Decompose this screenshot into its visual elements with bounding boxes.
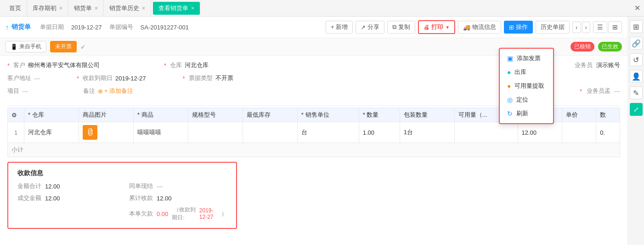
project-label: 项目 bbox=[7, 87, 19, 95]
doc-type-icon: ↑ bbox=[6, 23, 9, 31]
tab-sales-order-close[interactable]: × bbox=[95, 5, 98, 11]
nav-arrows: ‹ › bbox=[572, 22, 590, 33]
dropdown-refresh[interactable]: ↻ 刷新 bbox=[500, 107, 553, 120]
right-icon-user[interactable]: 👤 bbox=[630, 70, 643, 83]
dropdown-outbound[interactable]: ● 出库 bbox=[500, 65, 553, 79]
col-quantity: * 数量 bbox=[359, 108, 400, 122]
mobile-source-button[interactable]: 📱 来自手机 bbox=[6, 41, 46, 52]
cumulative-item: 累计收款 12.00 bbox=[129, 194, 227, 202]
amount-item: 金额合计 12.00 bbox=[17, 182, 115, 190]
grid-view-button[interactable]: ⊞ bbox=[608, 21, 622, 33]
payment-grid: 金额合计 12.00 同单现结 — 成交金额 12.00 累计收款 12.00 bbox=[17, 182, 227, 222]
print-button[interactable]: 🖨 打印 ▼ bbox=[418, 20, 455, 34]
tab-inventory-init-close[interactable]: × bbox=[59, 5, 62, 11]
row-min-stock bbox=[243, 122, 297, 143]
share-button-label: 分享 bbox=[367, 23, 379, 31]
refresh-label: 刷新 bbox=[516, 109, 528, 118]
share-button[interactable]: ↗ 分享 bbox=[356, 21, 384, 34]
next-button[interactable]: › bbox=[582, 22, 590, 33]
add-invoice-icon: ▣ bbox=[507, 55, 513, 62]
mobile-label: 来自手机 bbox=[19, 43, 41, 51]
tab-sales-history-close[interactable]: × bbox=[142, 5, 145, 11]
product-image: 🛢 bbox=[83, 125, 97, 140]
row-stock: 12.00 bbox=[518, 122, 562, 143]
not-open-label: 未开票 bbox=[55, 43, 72, 51]
amount-label: 金额合计 bbox=[17, 182, 41, 190]
cumulative-label: 累计收款 bbox=[129, 194, 153, 202]
project-field: 项目 — bbox=[7, 87, 28, 95]
window-close-button[interactable]: ✕ bbox=[634, 4, 640, 12]
add-remark-button[interactable]: ⊕ + 添加备注 bbox=[98, 87, 133, 95]
address-label: 客户地址 bbox=[7, 74, 31, 82]
not-open-button[interactable]: 未开票 bbox=[50, 41, 77, 52]
due-date-field: * 收款到期日 2019-12-27 bbox=[77, 74, 146, 82]
customer-label: 客户 bbox=[13, 61, 25, 69]
print-dropdown-icon: ▼ bbox=[445, 25, 450, 30]
col-spec: 规格型号 bbox=[188, 108, 243, 122]
col-min-stock: 最低库存 bbox=[243, 108, 297, 122]
effect-badge: 已生效 bbox=[598, 42, 622, 51]
can-extract-icon: ● bbox=[507, 82, 511, 90]
tab-sales-history-label: 销货单历史 bbox=[109, 4, 139, 12]
right-icon-expand[interactable]: ⤢ bbox=[630, 103, 643, 116]
right-panel: ⊞ 🔗 ↺ 👤 ✎ ⤢ bbox=[627, 17, 644, 245]
tab-sales-history[interactable]: 销货单历史 × bbox=[104, 0, 151, 17]
tab-home[interactable]: 首页 bbox=[4, 0, 27, 17]
staff-value: 演示账号 bbox=[596, 61, 620, 69]
col-settings[interactable]: ⚙ bbox=[8, 108, 24, 122]
row-unit: 台 bbox=[297, 122, 359, 143]
right-icon-1[interactable]: ⊞ bbox=[630, 20, 643, 33]
right-icon-refresh[interactable]: ↺ bbox=[630, 53, 643, 66]
ticket-label: 票据类型 bbox=[189, 74, 213, 82]
locate-icon: ◎ bbox=[507, 96, 513, 103]
dropdown-add-invoice[interactable]: ▣ 添加发票 bbox=[500, 51, 553, 65]
new-button-label: + 新增 bbox=[331, 23, 348, 31]
dropdown-can-extract[interactable]: ● 可用量提取 bbox=[500, 79, 553, 93]
tab-sales-order[interactable]: 销货单 × bbox=[68, 0, 104, 17]
list-view-button[interactable]: ☰ bbox=[593, 21, 607, 33]
tab-inventory-init[interactable]: 库存期初 × bbox=[27, 0, 68, 17]
ticket-field: * 票据类型 不开票 bbox=[183, 74, 233, 82]
same-order-value: — bbox=[157, 183, 163, 190]
logistics-button[interactable]: 🚚 物流信息 bbox=[458, 21, 501, 34]
tab-view-sales-close[interactable]: × bbox=[191, 5, 194, 11]
cumulative-value: 12.00 bbox=[157, 195, 172, 202]
doc-type-label: 销货单 bbox=[11, 23, 31, 31]
ticket-value: 不开票 bbox=[215, 74, 233, 82]
subtotal-label: 小计 bbox=[8, 143, 620, 157]
row-available bbox=[454, 122, 518, 143]
number-label: 单据编号 bbox=[109, 23, 133, 31]
operate-button[interactable]: ⊞ 操作 bbox=[504, 21, 533, 34]
col-unit: * 销售单位 bbox=[297, 108, 359, 122]
print-button-label: 打印 bbox=[431, 23, 443, 31]
col-package-qty: 包装数量 bbox=[400, 108, 454, 122]
deal-amount-label: 成交金额 bbox=[17, 194, 41, 202]
refresh-icon: ↻ bbox=[507, 110, 513, 117]
prev-button[interactable]: ‹ bbox=[572, 22, 581, 33]
salesperson-label: 业务员孟 bbox=[587, 87, 610, 95]
dropdown-locate[interactable]: ◎ 定位 bbox=[500, 93, 553, 107]
row-package-qty: 1台 bbox=[400, 122, 454, 143]
warehouse-required-mark: * bbox=[164, 62, 166, 69]
col-price: 单价 bbox=[562, 108, 596, 122]
new-button[interactable]: + 新增 bbox=[326, 21, 353, 34]
tab-view-sales[interactable]: 查看销货单 × bbox=[153, 2, 200, 15]
right-icon-link[interactable]: 🔗 bbox=[630, 37, 643, 50]
operate-button-label: 操作 bbox=[516, 23, 528, 31]
logistics-icon: 🚚 bbox=[463, 24, 470, 31]
sold-badge: 已核销 bbox=[571, 42, 594, 51]
ticket-required-mark: * bbox=[183, 75, 185, 82]
print-icon: 🖨 bbox=[424, 24, 429, 31]
toolbar: + 新增 ↗ 分享 ⧉ 复制 🖨 打印 ▼ 🚚 物流信息 bbox=[326, 20, 622, 34]
add-remark-icon: ⊕ bbox=[98, 88, 103, 95]
history-button[interactable]: 历史单据 bbox=[536, 21, 570, 34]
salesperson-required-mark: * bbox=[580, 88, 582, 95]
copy-button[interactable]: ⧉ 复制 bbox=[387, 21, 415, 34]
tab-inventory-init-label: 库存期初 bbox=[33, 4, 56, 12]
tab-view-sales-label: 查看销货单 bbox=[158, 4, 188, 12]
amount-value: 12.00 bbox=[45, 183, 60, 190]
check-icon: ✓ bbox=[80, 43, 86, 51]
project-value: — bbox=[22, 88, 28, 95]
table-row: 1 河北仓库 🛢 嘻嘻嘻嘻 台 1.00 1台 12.00 bbox=[8, 122, 620, 143]
right-icon-edit[interactable]: ✎ bbox=[630, 86, 643, 99]
